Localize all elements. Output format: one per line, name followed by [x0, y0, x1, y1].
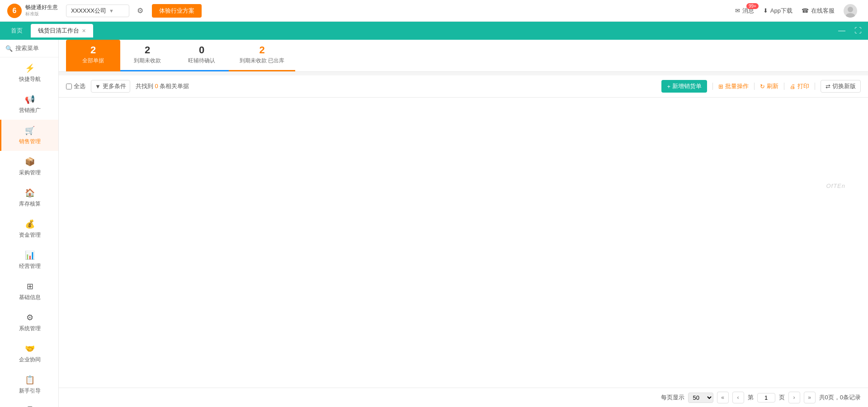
per-page-label: 每页显示 [661, 393, 684, 402]
batch-operation-button[interactable]: ⊞ 批量操作 [718, 82, 749, 90]
tab-maximize-button[interactable]: ⛶ [852, 26, 864, 36]
tab-work-bench[interactable]: 钱货日清工作台 ✕ [31, 24, 93, 37]
sidebar-item-basic-label: 基础信息 [19, 294, 41, 301]
app-download-label: App下载 [770, 7, 793, 15]
page-last-button[interactable]: » [804, 392, 816, 403]
sidebar-item-enterprise[interactable]: 🤝 企业协同 [0, 338, 58, 369]
settings-button[interactable]: ⚙ [134, 5, 146, 17]
message-badge: 99+ [746, 3, 759, 9]
tab-work-bench-label: 钱货日清工作台 [38, 27, 79, 35]
system-icon: ⚙ [24, 312, 35, 323]
sidebar-item-sales-label: 销售管理 [19, 138, 41, 145]
sales-icon: 🛒 [24, 125, 35, 136]
toolbar: 全选 ▼ 更多条件 共找到 0 条相关单据 + 新增销货单 ⊞ 批量操作 [59, 75, 868, 98]
inventory-icon: 🏠 [24, 187, 35, 198]
tab-close-icon[interactable]: ✕ [82, 28, 86, 34]
logo-area: 6 畅捷通好生意 标准版 [7, 4, 66, 18]
sidebar-item-marketing[interactable]: 📢 营销推广 [0, 89, 58, 120]
logo-sub: 标准版 [25, 11, 58, 17]
page-number-input[interactable] [757, 393, 775, 402]
search-menu-icon: 🔍 [5, 45, 13, 52]
switch-label: 切换新版 [832, 82, 856, 90]
filter-button[interactable]: ▼ 更多条件 [91, 80, 130, 93]
add-icon: + [667, 83, 670, 90]
app-download-button[interactable]: ⬇ App下载 [763, 7, 793, 15]
toolbar-right: + 新增销货单 ⊞ 批量操作 ↻ 刷新 🖨 打印 [661, 80, 861, 93]
sidebar-item-sales[interactable]: 🛒 销售管理 [0, 120, 58, 151]
toolbar-divider-4 [815, 83, 815, 90]
filter-label: 更多条件 [103, 82, 126, 90]
svg-point-1 [846, 13, 855, 18]
sidebar-item-marketing-label: 营销推广 [19, 107, 41, 114]
sidebar-item-guide-label: 新手引导 [19, 387, 41, 395]
guide-icon: 📋 [24, 374, 35, 385]
page-next-button[interactable]: › [788, 392, 800, 403]
often-badge: OfTEn [826, 182, 845, 189]
sidebar-item-quick-nav[interactable]: ⚡ 快捷导航 [0, 57, 58, 89]
per-page-select[interactable]: 50 100 200 [688, 393, 713, 403]
total-label: 共0页，0条记录 [819, 393, 861, 402]
message-button[interactable]: ✉ 消息 99+ [735, 7, 754, 15]
select-all-checkbox[interactable]: 全选 [66, 82, 85, 90]
logo-text: 畅捷通好生意 [25, 4, 58, 11]
stats-tabs: 2 全部单据 2 到期未收款 0 旺辅待确认 2 到期未收款 已出库 [59, 40, 868, 72]
select-all-label: 全选 [74, 82, 85, 90]
select-all-input[interactable] [66, 84, 72, 89]
trial-button[interactable]: 体验行业方案 [152, 4, 202, 18]
service-icon: ☎ [802, 7, 809, 14]
tab-home[interactable]: 首页 [4, 24, 30, 37]
batch-label: 批量操作 [725, 82, 749, 90]
refresh-button[interactable]: ↻ 刷新 [760, 82, 778, 90]
svg-point-0 [848, 7, 853, 12]
found-prefix: 共找到 [136, 83, 153, 89]
online-service-label: 在线客服 [811, 7, 835, 15]
basic-icon: ⊞ [24, 281, 35, 292]
app-download-icon: ⬇ [763, 7, 768, 14]
sidebar-item-finance[interactable]: 💰 资金管理 [0, 213, 58, 244]
sidebar-item-inventory[interactable]: 🏠 库存核算 [0, 182, 58, 213]
company-name: XXXXXX公司 [71, 7, 106, 15]
add-sales-order-button[interactable]: + 新增销货单 [661, 80, 707, 93]
sidebar-item-purchase[interactable]: 📦 采购管理 [0, 151, 58, 182]
sidebar-item-basic[interactable]: ⊞ 基础信息 [0, 276, 58, 307]
search-menu-label: 搜索菜单 [15, 44, 39, 52]
add-label: 新增销货单 [672, 82, 702, 90]
user-info[interactable] [844, 4, 861, 18]
pagination-bar: 每页显示 50 100 200 « ‹ 第 页 › » 共0页，0条记录 [59, 388, 868, 407]
sidebar-item-operation[interactable]: 📊 经营管理 [0, 244, 58, 276]
operation-icon: 📊 [24, 250, 35, 261]
switch-version-button[interactable]: ⇄ 切换新版 [821, 80, 861, 93]
page-suffix: 页 [779, 393, 785, 402]
stat-overdue-num: 2 [131, 45, 164, 55]
page-first-button[interactable]: « [717, 392, 729, 403]
stat-overdue-stock-num: 2 [240, 45, 284, 55]
online-service-button[interactable]: ☎ 在线客服 [802, 7, 835, 15]
tab-minimize-button[interactable]: — [835, 26, 848, 36]
tab-bar-actions: — ⛶ [835, 26, 864, 36]
print-button[interactable]: 🖨 打印 [790, 82, 809, 90]
enterprise-icon: 🤝 [24, 343, 35, 354]
stat-pending-num: 0 [185, 45, 218, 55]
stat-pending-label: 旺辅待确认 [185, 57, 218, 65]
sidebar-item-apps[interactable]: 📱 应用中心 [0, 400, 58, 407]
search-menu-item[interactable]: 🔍 搜索菜单 [0, 40, 58, 57]
sidebar-item-guide[interactable]: 📋 新手引导 [0, 369, 58, 400]
stat-tab-overdue[interactable]: 2 到期未收款 [120, 40, 175, 71]
marketing-icon: 📢 [24, 94, 35, 105]
print-icon: 🖨 [790, 83, 796, 90]
sidebar-item-finance-label: 资金管理 [19, 231, 41, 239]
logo-icon: 6 [7, 4, 22, 18]
main-layout: 🔍 搜索菜单 ⚡ 快捷导航 📢 营销推广 🛒 销售管理 📦 采购管理 🏠 库存核… [0, 40, 868, 407]
sidebar-item-system[interactable]: ⚙ 系统管理 [0, 307, 58, 338]
tab-bar: 首页 钱货日清工作台 ✕ — ⛶ [0, 22, 868, 40]
page-prev-button[interactable]: ‹ [732, 392, 744, 403]
print-label: 打印 [797, 82, 809, 90]
stat-tab-overdue-stock[interactable]: 2 到期未收款 已出库 [229, 40, 295, 71]
stat-tab-all[interactable]: 2 全部单据 [66, 40, 120, 71]
refresh-label: 刷新 [767, 82, 778, 90]
company-selector[interactable]: XXXXXX公司 ▼ [66, 5, 129, 17]
stat-tab-pending[interactable]: 0 旺辅待确认 [175, 40, 229, 71]
purchase-icon: 📦 [24, 156, 35, 167]
stat-all-label: 全部单据 [77, 57, 109, 65]
message-icon: ✉ [735, 7, 740, 14]
